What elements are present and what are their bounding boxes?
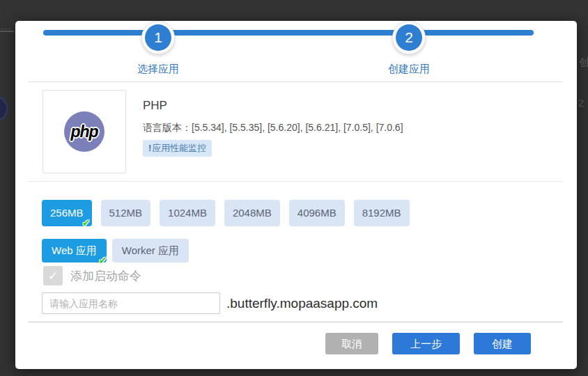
app-name-input[interactable]: [42, 292, 220, 314]
domain-suffix: .butterfly.mopaasapp.com: [226, 296, 378, 311]
versions-value: [5.5.34], [5.5.35], [5.6.20], [5.6.21], …: [192, 122, 403, 133]
divider: [28, 181, 563, 182]
stepper-step-select-app[interactable]: 1 选择应用: [137, 21, 179, 76]
chip-label: 4096MB: [297, 207, 336, 219]
app-type-worker[interactable]: Worker 应用: [112, 239, 189, 263]
memory-option-2048mb[interactable]: 2048MB: [224, 200, 280, 226]
chip-label: Worker 应用: [122, 244, 179, 256]
startup-command-row: ✓ 添加启动命令: [43, 266, 141, 285]
cancel-button[interactable]: 取消: [325, 333, 378, 354]
app-language-versions: 语言版本：[5.5.34], [5.5.35], [5.6.20], [5.6.…: [143, 122, 403, 134]
background-text-remnant: 2: [578, 97, 584, 109]
chip-label: 1024MB: [168, 207, 207, 219]
selected-check-icon: ✔: [82, 218, 91, 228]
memory-option-4096mb[interactable]: 4096MB: [289, 200, 345, 226]
startup-command-label: 添加启动命令: [70, 268, 141, 284]
create-app-modal: 1 选择应用 2 创建应用 php PHP 语言版本：[5.5.34], [5.…: [15, 21, 577, 369]
app-name-row: .butterfly.mopaasapp.com: [42, 292, 378, 314]
app-logo-card: php: [42, 90, 126, 173]
performance-monitor-badge: !应用性能监控: [143, 140, 212, 157]
selected-check-icon: ✔: [98, 255, 107, 265]
app-type-web[interactable]: Web 应用 ✔: [42, 239, 107, 263]
stepper-step-create-app[interactable]: 2 创建应用: [388, 21, 430, 76]
create-button[interactable]: 创建: [474, 333, 531, 354]
badge-label: 应用性能监控: [152, 143, 206, 153]
stepper-progress-track: [43, 30, 534, 36]
wizard-stepper: 1 选择应用 2 创建应用: [15, 21, 577, 81]
app-type-options: Web 应用 ✔ Worker 应用: [42, 239, 189, 263]
divider: [28, 81, 563, 82]
step-circle-ring: 2: [392, 21, 426, 54]
step-number-badge: 2: [396, 24, 422, 51]
startup-command-checkbox[interactable]: ✓: [43, 266, 63, 285]
memory-size-options: 256MB ✔ 512MB 1024MB 2048MB 4096MB 8192M…: [42, 200, 410, 226]
previous-step-button[interactable]: 上一步: [392, 333, 460, 354]
versions-label: 语言版本：: [143, 122, 192, 133]
background-avatar-remnant: [0, 95, 8, 122]
memory-option-1024mb[interactable]: 1024MB: [160, 200, 215, 226]
step-label: 创建应用: [388, 63, 430, 76]
memory-option-512mb[interactable]: 512MB: [101, 200, 151, 226]
memory-option-8192mb[interactable]: 8192MB: [354, 200, 410, 226]
step-number-badge: 1: [145, 24, 171, 51]
divider: [28, 322, 563, 322]
checkbox-check-icon: ✓: [48, 269, 58, 283]
background-underline-remnant: [0, 31, 14, 32]
chip-label: 8192MB: [362, 207, 401, 219]
modal-footer: 取消 上一步 创建: [325, 333, 531, 354]
php-logo-text: php: [70, 123, 98, 141]
php-logo-icon: php: [64, 111, 105, 152]
background-text-remnant: 创: [579, 56, 588, 69]
step-circle-ring: 1: [141, 21, 175, 54]
app-title: PHP: [143, 99, 167, 113]
alert-icon: !: [148, 143, 151, 153]
background-text-remnant: [1, 22, 13, 29]
chip-label: 256MB: [50, 207, 84, 219]
step-label: 选择应用: [137, 63, 179, 76]
chip-label: 512MB: [109, 207, 143, 219]
memory-option-256mb[interactable]: 256MB ✔: [42, 200, 92, 226]
chip-label: Web 应用: [52, 244, 97, 256]
chip-label: 2048MB: [233, 207, 272, 219]
